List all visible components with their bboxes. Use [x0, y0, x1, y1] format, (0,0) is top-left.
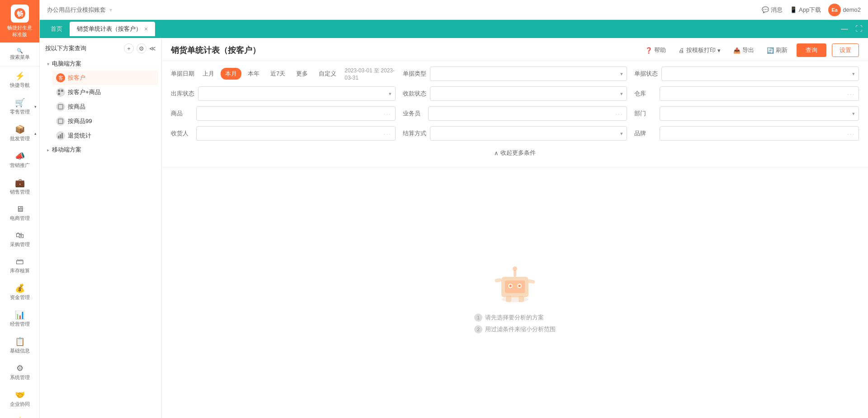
sidebar-item-basic[interactable]: 📋 基础信息	[0, 332, 39, 359]
collapse-more-btn[interactable]: ∧ 收起更多条件	[171, 146, 859, 162]
scheme-by-customer[interactable]: 客 按客户	[52, 71, 158, 85]
purchase-label: 采购管理	[10, 241, 30, 248]
date-tab-more[interactable]: 更多	[292, 68, 312, 80]
header-actions: + ⚙ ≪	[124, 43, 156, 53]
sidebar-item-purchase[interactable]: 🛍 采购管理	[0, 226, 39, 252]
date-tab-this-month[interactable]: 本月	[221, 68, 241, 80]
tab-home[interactable]: 首页	[43, 22, 70, 36]
logo-icon: 畅	[11, 5, 29, 23]
order-type-arrow: ▾	[620, 71, 623, 77]
salesperson-control[interactable]: ···	[428, 106, 627, 121]
marketing-label: 营销推广	[10, 162, 30, 169]
date-tab-custom[interactable]: 自定义	[314, 68, 341, 80]
goods-control[interactable]: ···	[196, 106, 396, 121]
sales-icon: 💼	[15, 178, 25, 188]
inventory-icon: 🗃	[16, 257, 24, 266]
tab-bar-controls: — ⛶	[839, 23, 864, 35]
breadcrumb-arrow[interactable]: ▾	[109, 7, 112, 13]
mobile-label: 移动端方案	[52, 146, 81, 154]
app-download-btn[interactable]: 📱 App下载	[790, 6, 821, 14]
app-title: 畅捷好生意	[7, 24, 32, 31]
tab-sales-report[interactable]: 销货单统计表（按客户） ×	[70, 22, 155, 36]
settlement-control[interactable]: ▾	[430, 126, 627, 141]
empty-illustration	[488, 252, 542, 306]
brand-dots: ···	[847, 130, 855, 137]
svg-rect-3	[61, 90, 63, 92]
ecommerce-label: 电商管理	[10, 215, 30, 222]
finance-label: 资金管理	[10, 294, 30, 301]
brand-control[interactable]: ···	[660, 126, 859, 141]
sidebar-search[interactable]: 🔍 搜索菜单	[0, 43, 39, 66]
export-btn[interactable]: 📤 导出	[730, 44, 758, 56]
sidebar-item-newuser[interactable]: 🌟 新手引导	[0, 412, 39, 418]
tab-minimize-btn[interactable]: —	[839, 23, 850, 35]
desktop-section-item[interactable]: ▾ 电脑端方案	[43, 57, 158, 71]
sidebar-item-enterprise[interactable]: 🤝 企业协同	[0, 385, 39, 412]
payment-status-control[interactable]: ▾	[430, 86, 627, 101]
system-icon: ⚙	[16, 363, 24, 373]
date-tab-7days[interactable]: 近7天	[266, 68, 290, 80]
warehouse-filter: 仓库 ···	[634, 86, 859, 101]
tab-close-btn[interactable]: ×	[144, 26, 148, 32]
collapse-panel-btn[interactable]: ≪	[149, 45, 156, 52]
message-btn[interactable]: 💬 消息	[762, 6, 783, 14]
sidebar-item-wholesale[interactable]: 📦 批发管理 ▴	[0, 120, 39, 147]
sidebar-item-quicknav[interactable]: ⚡ 快捷导航	[0, 66, 39, 93]
filter-row-4: 收货人 ··· 结算方式 ▾ 品牌	[171, 126, 859, 141]
date-tab-this-year[interactable]: 本年	[243, 68, 264, 80]
goods-filter-label: 商品	[171, 109, 193, 118]
print-btn[interactable]: 🖨 按模板打印 ▾	[675, 44, 724, 56]
scheme-by-customer-goods[interactable]: 按客户+商品	[52, 85, 158, 100]
scheme-by-goods99[interactable]: 按商品99	[52, 114, 158, 128]
sidebar-item-operations[interactable]: 📊 经营管理	[0, 305, 39, 332]
avatar: Ea	[828, 4, 841, 16]
print-icon: 🖨	[679, 47, 684, 54]
svg-rect-22	[519, 296, 524, 302]
sidebar-item-marketing[interactable]: 📣 营销推广	[0, 147, 39, 173]
tip-text-1: 请先选择要分析的方案	[485, 314, 544, 322]
sidebar-item-inventory[interactable]: 🗃 库存核算	[0, 252, 39, 279]
date-filter-item: 单据日期 上月 本月 本年 近7天 更多 自定义 2023-03-01 至 20…	[171, 67, 396, 81]
svg-rect-20	[528, 279, 535, 284]
wholesale-icon: 📦	[15, 124, 25, 134]
svg-rect-19	[495, 278, 502, 282]
scheme-return-stats[interactable]: 退货统计	[52, 128, 158, 143]
tip-num-2: 2	[474, 325, 482, 333]
mobile-section-item[interactable]: ▸ 移动端方案	[43, 143, 158, 157]
help-label: 帮助	[654, 46, 666, 54]
sidebar-item-sales[interactable]: 💼 销售管理	[0, 173, 39, 200]
order-type-control[interactable]: ▾	[430, 66, 627, 81]
add-scheme-btn[interactable]: +	[124, 43, 134, 53]
sidebar-item-retail[interactable]: 🛒 零售管理 ▾	[0, 93, 39, 120]
page-header: 销货单统计表（按客户） ❓ 帮助 🖨 按模板打印 ▾ 📤 导出	[162, 38, 868, 61]
refresh-btn[interactable]: 🔄 刷新	[763, 44, 791, 56]
sidebar-item-ecommerce[interactable]: 🖥 电商管理	[0, 200, 39, 226]
help-icon: ❓	[645, 47, 652, 54]
settings-btn[interactable]: 设置	[832, 43, 859, 57]
scheme-by-goods[interactable]: 按商品	[52, 100, 158, 114]
date-tab-last-month[interactable]: 上月	[198, 68, 219, 80]
sidebar-item-finance[interactable]: 💰 资金管理	[0, 279, 39, 305]
print-label: 按模板打印	[686, 46, 716, 54]
mobile-arrow: ▸	[47, 147, 49, 152]
help-btn[interactable]: ❓ 帮助	[642, 44, 670, 56]
receiver-control[interactable]: ···	[196, 126, 396, 141]
svg-rect-5	[58, 104, 63, 109]
sidebar-item-system[interactable]: ⚙ 系统管理	[0, 359, 39, 385]
basic-label: 基础信息	[10, 347, 30, 354]
query-btn[interactable]: 查询	[797, 43, 826, 57]
user-menu-btn[interactable]: Ea demo2	[828, 4, 861, 16]
settings-scheme-btn[interactable]: ⚙	[137, 43, 146, 53]
date-range: 2023-03-01 至 2023-03-31	[344, 67, 395, 81]
warehouse-dots: ···	[847, 90, 855, 97]
department-control[interactable]: ▾	[660, 106, 859, 121]
download-icon: 📱	[790, 6, 797, 13]
svg-rect-7	[58, 136, 59, 138]
tab-maximize-btn[interactable]: ⛶	[854, 23, 864, 35]
department-arrow: ▾	[852, 111, 855, 117]
stock-status-control[interactable]: ▾	[198, 86, 396, 101]
department-filter: 部门 ▾	[634, 106, 859, 121]
return-stats-icon	[56, 131, 65, 140]
warehouse-control[interactable]: ···	[660, 86, 859, 101]
order-status-control[interactable]: ▾	[661, 66, 859, 81]
